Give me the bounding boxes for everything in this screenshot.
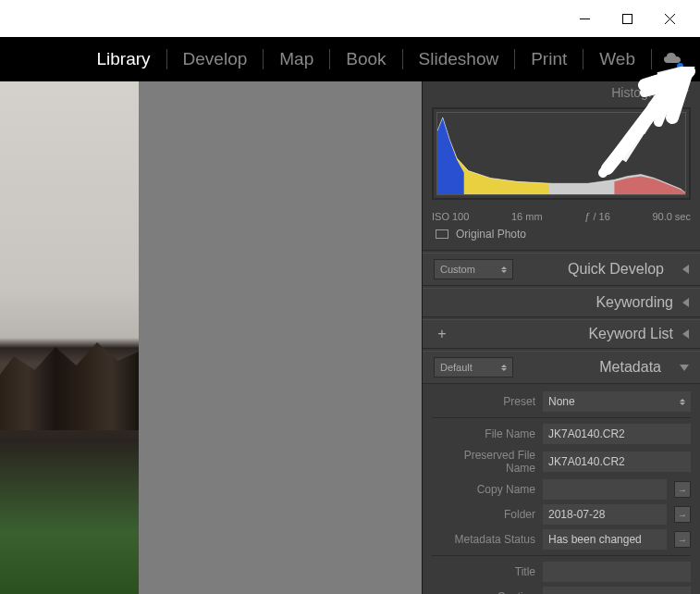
metadata-value[interactable]: JK7A0140.CR2 (543, 424, 691, 444)
close-button[interactable] (648, 5, 691, 32)
preset-select[interactable]: None (543, 391, 691, 412)
iso-value: ISO 100 (432, 211, 469, 222)
metadata-value[interactable] (543, 562, 691, 582)
minimize-button[interactable] (563, 5, 606, 32)
metadata-label: Caption (432, 590, 535, 594)
preset-label: Preset (432, 395, 535, 408)
metadata-action-button[interactable]: → (674, 481, 691, 498)
quick-develop-title: Quick Develop (522, 261, 664, 278)
quick-develop-preset-select[interactable]: Custom (434, 259, 513, 279)
keyword-list-panel-header[interactable]: + Keyword List (423, 319, 700, 349)
metadata-body: Preset None File NameJK7A0140.CR2Preserv… (423, 384, 700, 594)
chevron-left-icon[interactable] (682, 329, 689, 339)
metadata-title: Metadata (522, 359, 661, 376)
metadata-row: Folder2018-07-28→ (432, 504, 691, 525)
metadata-label: Metadata Status (432, 533, 535, 546)
module-map[interactable]: Map (264, 49, 330, 69)
metadata-action-button[interactable]: → (674, 506, 691, 523)
metadata-row: Caption (432, 587, 691, 594)
aperture-value: ƒ / 16 (584, 211, 610, 222)
cloud-sync-icon[interactable] (663, 50, 682, 69)
module-develop[interactable]: Develop (167, 49, 264, 69)
preset-value: None (548, 395, 575, 408)
histogram-title: Histogram (611, 85, 670, 100)
chevron-down-icon[interactable] (680, 90, 689, 96)
module-picker: Library Develop Map Book Slideshow Print… (0, 37, 700, 81)
preview-canvas[interactable] (0, 81, 422, 594)
metadata-row: Metadata StatusHas been changed→ (432, 529, 691, 550)
metadata-value[interactable]: 2018-07-28 (543, 504, 667, 525)
add-keyword-button[interactable]: + (434, 326, 450, 342)
chevron-left-icon[interactable] (682, 265, 689, 274)
histogram-info: ISO 100 16 mm ƒ / 16 90.0 sec (423, 205, 700, 224)
module-book[interactable]: Book (330, 49, 402, 69)
photo-preview (0, 81, 139, 594)
chevron-down-icon[interactable] (680, 365, 689, 371)
metadata-value[interactable]: JK7A0140.CR2 (543, 452, 691, 472)
original-photo-label: Original Photo (456, 228, 526, 241)
metadata-label: Preserved File Name (432, 449, 535, 475)
keywording-title: Keywording (434, 294, 673, 311)
original-photo-checkbox[interactable] (436, 229, 448, 239)
metadata-row: File NameJK7A0140.CR2 (432, 424, 691, 444)
metadata-row: Title (432, 562, 691, 582)
chevron-left-icon[interactable] (682, 298, 689, 307)
metadata-label: Title (432, 565, 535, 578)
metadata-value[interactable] (543, 587, 691, 594)
metadata-row: Preserved File NameJK7A0140.CR2 (432, 449, 691, 475)
svg-rect-1 (622, 14, 632, 23)
metadata-set-value: Default (440, 362, 473, 373)
quick-develop-preset-value: Custom (440, 264, 475, 275)
metadata-set-select[interactable]: Default (434, 357, 513, 377)
keywording-panel-header[interactable]: Keywording (423, 288, 700, 317)
metadata-row: Copy Name→ (432, 479, 691, 500)
metadata-label: Copy Name (432, 483, 535, 496)
histogram-panel: Histogram ISO 100 16 mm ƒ / 16 (423, 81, 700, 251)
right-panel: Histogram ISO 100 16 mm ƒ / 16 (422, 81, 700, 594)
module-web[interactable]: Web (583, 49, 652, 69)
module-print[interactable]: Print (515, 49, 583, 69)
metadata-label: Folder (432, 508, 535, 521)
histogram-chart[interactable] (436, 112, 686, 195)
maximize-button[interactable] (606, 5, 648, 32)
focal-length-value: 16 mm (511, 211, 543, 222)
module-slideshow[interactable]: Slideshow (403, 49, 516, 69)
shutter-value: 90.0 sec (652, 211, 691, 222)
window-titlebar (0, 0, 700, 37)
metadata-label: File Name (432, 427, 535, 440)
quick-develop-panel-header[interactable]: Custom Quick Develop (423, 253, 700, 286)
metadata-action-button[interactable]: → (674, 531, 691, 548)
keyword-list-title: Keyword List (450, 326, 673, 342)
metadata-value[interactable]: Has been changed (543, 529, 667, 550)
metadata-panel-header[interactable]: Default Metadata (423, 351, 700, 384)
module-library[interactable]: Library (81, 49, 167, 69)
metadata-value[interactable] (543, 479, 667, 500)
